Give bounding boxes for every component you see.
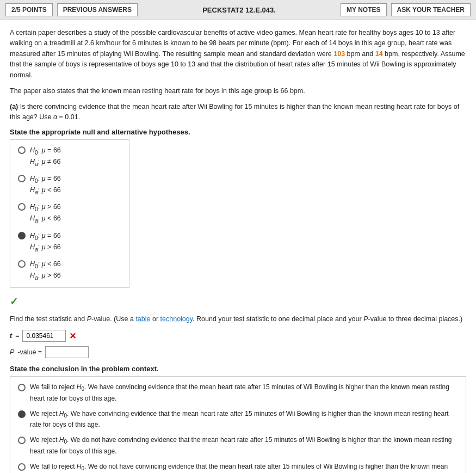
hypothesis-option-1[interactable]: H0: μ = 66 Ha: μ ≠ 66 <box>18 145 121 168</box>
state-hypotheses-label: State the appropriate null and alternati… <box>10 128 466 136</box>
intro-paragraph2: The paper also states that the known mea… <box>10 86 466 96</box>
h1-null: H0: μ = 66 <box>30 145 61 157</box>
pvalue-label: P <box>10 348 14 356</box>
toolbar-right: MY NOTES ASK YOUR TEACHER <box>341 3 471 16</box>
toolbar: 2/5 POINTS PREVIOUS ANSWERS PECKSTAT2 12… <box>0 0 476 20</box>
h3-alt: Ha: μ < 66 <box>30 213 61 225</box>
radio-h5[interactable] <box>18 260 26 268</box>
hypothesis-option-5[interactable]: H0: μ < 66 Ha: μ > 66 <box>18 259 121 282</box>
conclusion-option-1[interactable]: We fail to reject H0. We have convincing… <box>18 382 458 403</box>
hypothesis-checkmark-row: ✓ <box>10 296 466 308</box>
conclusion-option-3[interactable]: We reject H0. We do not have convincing … <box>18 435 458 456</box>
t-stat-row: t = ✕ <box>10 330 466 342</box>
radio-h3[interactable] <box>18 203 26 211</box>
state-conclusion-label: State the conclusion in the problem cont… <box>10 365 466 373</box>
conclusion-text-1: We fail to reject H0. We have convincing… <box>30 382 458 403</box>
hyp-text-4: H0: μ = 66 Ha: μ > 66 <box>30 231 61 254</box>
conclusion-option-4[interactable]: We fail to reject H0. We do not have con… <box>18 462 458 473</box>
table-link[interactable]: table <box>135 315 150 323</box>
hyp-text-5: H0: μ < 66 Ha: μ > 66 <box>30 259 61 282</box>
h1-alt: Ha: μ ≠ 66 <box>30 157 61 168</box>
part-a-question: (a) Is there convincing evidence that th… <box>10 102 466 122</box>
pvalue-input[interactable] <box>45 346 89 358</box>
radio-h4[interactable] <box>18 232 26 239</box>
conclusion-box: We fail to reject H0. We have convincing… <box>10 376 466 473</box>
radio-c3[interactable] <box>18 437 26 444</box>
mean-value: 103 <box>333 50 345 58</box>
part-a-label: (a) <box>10 103 18 110</box>
my-notes-button[interactable]: MY NOTES <box>341 3 386 16</box>
radio-h1[interactable] <box>18 146 26 154</box>
hyp-text-3: H0: μ > 66 Ha: μ < 66 <box>30 202 61 225</box>
hyp-text-2: H0: μ = 66 Ha: μ < 66 <box>30 174 61 196</box>
h5-alt: Ha: μ > 66 <box>30 271 61 282</box>
h4-null: H0: μ = 66 <box>30 231 61 242</box>
ask-teacher-button[interactable]: ASK YOUR TEACHER <box>391 3 471 16</box>
t-value-input[interactable] <box>22 330 66 342</box>
hypothesis-checkmark: ✓ <box>10 296 18 308</box>
h3-null: H0: μ > 66 <box>30 202 61 213</box>
previous-answers-button[interactable]: PREVIOUS ANSWERS <box>57 3 138 16</box>
std-value: 14 <box>375 50 383 58</box>
radio-h2[interactable] <box>18 175 26 182</box>
h2-null: H0: μ = 66 <box>30 174 61 185</box>
main-content: A certain paper describes a study of the… <box>0 20 476 473</box>
conclusion-text-3: We reject H0. We do not have convincing … <box>30 435 458 456</box>
pvalue-row: P-value = <box>10 346 466 358</box>
points-button[interactable]: 2/5 POINTS <box>5 3 53 16</box>
conclusion-text-4: We fail to reject H0. We do not have con… <box>30 462 458 473</box>
radio-c4[interactable] <box>18 463 26 471</box>
hypothesis-option-3[interactable]: H0: μ > 66 Ha: μ < 66 <box>18 202 121 225</box>
t-label: t <box>10 332 12 340</box>
hyp-text-1: H0: μ = 66 Ha: μ ≠ 66 <box>30 145 61 168</box>
problem-id: PECKSTAT2 12.E.043. <box>142 6 336 14</box>
hypothesis-group: H0: μ = 66 Ha: μ ≠ 66 H0: μ = 66 Ha: μ <… <box>10 139 129 288</box>
technology-link[interactable]: technology <box>160 315 193 323</box>
t-value-error-icon: ✕ <box>69 331 76 341</box>
h2-alt: Ha: μ < 66 <box>30 185 61 196</box>
conclusion-option-2[interactable]: We reject H0. We have convincing evidenc… <box>18 409 458 429</box>
radio-c2[interactable] <box>18 410 26 418</box>
hypothesis-option-4[interactable]: H0: μ = 66 Ha: μ > 66 <box>18 231 121 254</box>
radio-c1[interactable] <box>18 384 26 391</box>
conclusion-text-2: We reject H0. We have convincing evidenc… <box>30 409 458 429</box>
find-test-stat-instruction: Find the test statistic and P-value. (Us… <box>10 314 466 324</box>
h4-alt: Ha: μ > 66 <box>30 242 61 254</box>
h5-null: H0: μ < 66 <box>30 259 61 271</box>
intro-paragraph1: A certain paper describes a study of the… <box>10 28 466 81</box>
hypothesis-option-2[interactable]: H0: μ = 66 Ha: μ < 66 <box>18 174 121 196</box>
